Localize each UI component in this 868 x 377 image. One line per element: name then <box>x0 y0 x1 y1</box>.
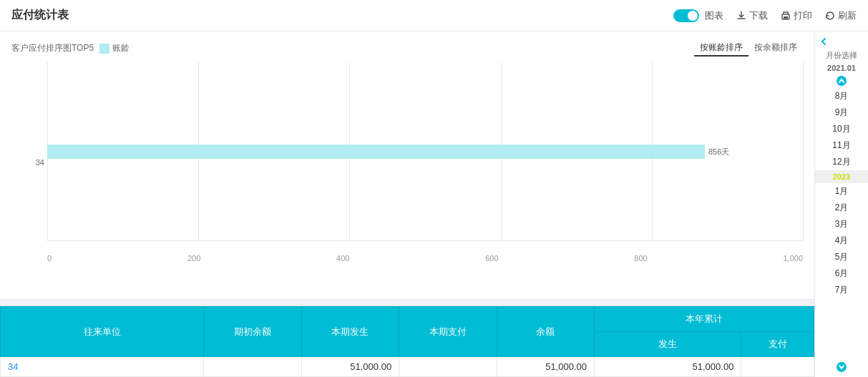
svg-rect-1 <box>784 16 788 19</box>
table-section: 往来单位 期初余额 本期发生 本期支付 余额 本年累计 发生 支付 <box>0 305 814 377</box>
chevron-up-icon <box>836 75 847 87</box>
td-ytd-pay <box>741 357 814 377</box>
side-panel: 月份选择 2021.01 8月9月10月11月12月20231月2月3月4月5月… <box>814 31 868 377</box>
th-ytd-group: 本年累计 <box>595 307 814 332</box>
legend-color-box <box>99 44 109 54</box>
x-label-200: 200 <box>187 254 200 263</box>
left-panel: 客户应付排序图TOP5 账龄 按账龄排序 按余额排序 34 <box>0 31 814 377</box>
month-item[interactable]: 5月 <box>815 249 868 265</box>
scroll-down-button[interactable] <box>815 360 868 374</box>
toggle-switch[interactable] <box>673 9 699 22</box>
svg-point-2 <box>837 76 847 86</box>
download-icon <box>736 11 746 21</box>
table-row: 3451,000.0051,000.0051,000.00 <box>1 357 814 377</box>
month-item[interactable]: 7月 <box>815 282 868 298</box>
x-label-400: 400 <box>336 254 349 263</box>
td-balance: 51,000.00 <box>497 357 594 377</box>
year-label: 2023 <box>815 170 868 183</box>
chart-header: 客户应付排序图TOP5 账龄 按账龄排序 按余额排序 <box>11 40 803 57</box>
side-expand-arrow[interactable] <box>815 34 868 49</box>
table-body: 3451,000.0051,000.0051,000.00 <box>1 357 814 377</box>
th-unit: 往来单位 <box>1 307 204 357</box>
table-header-row: 往来单位 期初余额 本期发生 本期支付 余额 本年累计 <box>1 307 814 332</box>
divider <box>0 299 814 300</box>
refresh-label: 刷新 <box>838 9 857 22</box>
month-item[interactable]: 3月 <box>815 216 868 232</box>
td-opening <box>204 357 301 377</box>
th-current-payment: 本期支付 <box>399 307 497 357</box>
unit-link[interactable]: 34 <box>8 361 18 372</box>
header: 应付统计表 图表 下载 打印 <box>0 0 868 31</box>
th-current-period: 本期发生 <box>301 307 399 357</box>
td-current-period: 51,000.00 <box>301 357 399 377</box>
y-axis-label: 34 <box>11 158 44 167</box>
month-item[interactable]: 9月 <box>815 104 868 121</box>
chart-area: 34 856天 <box>11 62 803 263</box>
print-label: 打印 <box>794 9 812 22</box>
x-label-1000: 1,000 <box>783 254 803 263</box>
x-label-800: 800 <box>634 254 647 263</box>
side-current-value: 2021.01 <box>815 62 868 74</box>
month-item[interactable]: 12月 <box>815 154 868 170</box>
page-title: 应付统计表 <box>11 8 69 23</box>
table-wrapper: 往来单位 期初余额 本期发生 本期支付 余额 本年累计 发生 支付 <box>0 306 814 377</box>
scroll-up-button[interactable] <box>815 74 868 88</box>
download-label: 下载 <box>749 9 768 22</box>
chevron-down-icon <box>836 361 847 373</box>
th-ytd-sub1: 发生 <box>595 332 741 357</box>
x-label-0: 0 <box>47 254 52 263</box>
sort-by-amount-button[interactable]: 按账龄排序 <box>694 40 748 57</box>
chart-legend-title: 客户应付排序图TOP5 <box>11 42 94 54</box>
month-item[interactable]: 6月 <box>815 265 868 282</box>
chart-bar <box>47 145 705 159</box>
td-ytd-occ: 51,000.00 <box>595 357 741 377</box>
grid-line-1000 <box>803 62 804 240</box>
download-button[interactable]: 下载 <box>736 9 768 22</box>
x-axis: 0 200 400 600 800 1,000 <box>47 248 803 263</box>
chart-toggle[interactable]: 图表 <box>673 9 723 22</box>
svg-point-3 <box>837 362 847 372</box>
th-ytd-sub2: 支付 <box>741 332 814 357</box>
month-item[interactable]: 8月 <box>815 88 868 104</box>
month-list: 8月9月10月11月12月20231月2月3月4月5月6月7月 <box>815 88 868 360</box>
chart-panel: 客户应付排序图TOP5 账龄 按账龄排序 按余额排序 34 <box>0 31 814 299</box>
refresh-button[interactable]: 刷新 <box>825 9 857 22</box>
main-container: 应付统计表 图表 下载 打印 <box>0 0 868 377</box>
side-title: 月份选择 <box>815 49 868 62</box>
print-icon <box>781 11 791 21</box>
month-item[interactable]: 4月 <box>815 232 868 249</box>
header-actions: 图表 下载 打印 刷新 <box>673 9 857 22</box>
refresh-icon <box>825 11 835 21</box>
legend-area: 客户应付排序图TOP5 账龄 <box>11 42 130 54</box>
month-item[interactable]: 1月 <box>815 183 868 200</box>
th-opening: 期初余额 <box>204 307 301 357</box>
month-item[interactable]: 11月 <box>815 137 868 154</box>
td-current-payment <box>399 357 497 377</box>
legend-item-age: 账龄 <box>99 42 130 54</box>
month-item[interactable]: 10月 <box>815 121 868 137</box>
sort-by-balance-button[interactable]: 按余额排序 <box>748 40 803 57</box>
td-unit: 34 <box>1 357 204 377</box>
th-balance: 余额 <box>497 307 594 357</box>
sort-buttons: 按账龄排序 按余额排序 <box>694 40 803 57</box>
bar-end-label: 856天 <box>708 146 729 157</box>
chart-toggle-label: 图表 <box>705 9 723 22</box>
month-item[interactable]: 2月 <box>815 200 868 216</box>
x-label-600: 600 <box>485 254 498 263</box>
content-area: 客户应付排序图TOP5 账龄 按账龄排序 按余额排序 34 <box>0 31 868 377</box>
data-table: 往来单位 期初余额 本期发生 本期支付 余额 本年累计 发生 支付 <box>0 306 814 377</box>
left-arrow-icon <box>818 36 829 47</box>
print-button[interactable]: 打印 <box>781 9 812 22</box>
legend-color-label: 账龄 <box>112 42 130 54</box>
plot-area: 856天 <box>47 62 803 241</box>
